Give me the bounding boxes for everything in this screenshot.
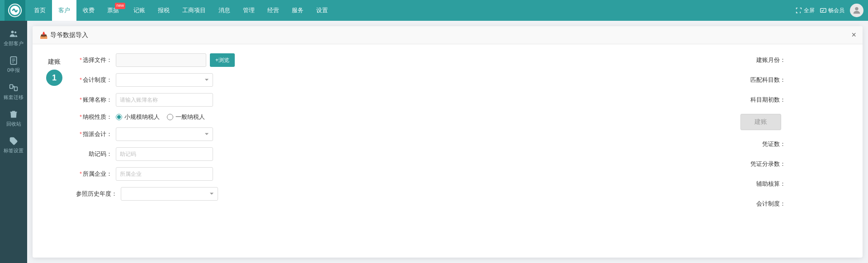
sidebar-label-migrate: 账套迁移: [4, 94, 24, 100]
sidebar-label-tags: 标签设置: [4, 147, 24, 154]
dialog: 📥 导爷数据导入 × 建账 1 *选择文件：: [33, 26, 863, 258]
voucher-entries-row: 凭证分录数：: [740, 157, 849, 171]
tax-type-row: *纳税性质： 小规模纳税人 一般纳税人: [76, 113, 722, 121]
accounting-system-label: *会计制度：: [76, 76, 112, 84]
info-section: 建账月份： 匹配科目数： 科目期初数： 建账 凭证: [722, 53, 849, 249]
import-icon: 📥: [40, 32, 47, 39]
accounting-system-select[interactable]: [116, 73, 213, 87]
info-accounting-system-row: 会计制度：: [740, 197, 849, 211]
auxiliary-row: 辅助核算：: [740, 177, 849, 191]
ledger-name-row: *账簿名称：: [76, 93, 722, 107]
auxiliary-label: 辅助核算：: [740, 180, 786, 188]
user-avatar[interactable]: [850, 4, 863, 17]
sidebar-item-all-clients[interactable]: 全部客户: [0, 25, 27, 50]
reference-year-select[interactable]: [121, 187, 218, 201]
nav-services[interactable]: 服务: [285, 0, 310, 21]
fullscreen-button[interactable]: 全屏: [796, 7, 815, 14]
nav-right: 全屏 畅会员: [796, 4, 863, 17]
tax-general-option[interactable]: 一般纳税人: [167, 113, 205, 121]
reference-year-row: 参照历史年度：: [76, 187, 722, 201]
sidebar-item-tags[interactable]: 标签设置: [0, 132, 27, 157]
file-label: *选择文件：: [76, 56, 112, 64]
logo-area[interactable]: [5, 0, 25, 21]
content-area: 📥 导爷数据导入 × 建账 1 *选择文件：: [27, 21, 868, 263]
svg-point-4: [14, 32, 16, 33]
subject-initial-label: 科目期初数：: [740, 96, 786, 104]
step-label: 建账: [48, 58, 61, 66]
tax-type-radio-group: 小规模纳税人 一般纳税人: [116, 113, 205, 121]
dialog-title: 导爷数据导入: [50, 31, 88, 39]
tag-icon: [9, 136, 19, 146]
sidebar-item-trash[interactable]: 回收站: [0, 106, 27, 131]
nav-bookkeeping[interactable]: 记账: [127, 0, 152, 21]
ledger-name-input[interactable]: [116, 93, 213, 107]
report-icon: [9, 56, 19, 66]
nav-settings[interactable]: 设置: [310, 0, 334, 21]
accountant-label: *指派会计：: [76, 130, 112, 138]
dialog-body: 建账 1 *选择文件： +浏览: [33, 44, 863, 258]
tax-small-option[interactable]: 小规模纳税人: [116, 113, 160, 121]
account-month-label: 建账月份：: [740, 56, 786, 64]
users-icon: [9, 29, 19, 39]
svg-point-2: [855, 7, 858, 10]
membership-label: 畅会员: [828, 7, 844, 14]
nav-invoices[interactable]: 票据 new: [101, 0, 127, 21]
build-btn-row: 建账: [740, 113, 849, 131]
file-row: *选择文件： +浏览: [76, 53, 722, 67]
step-section: 建账 1: [46, 53, 62, 249]
sidebar-item-migrate[interactable]: 账套迁移: [0, 79, 27, 104]
nav-clients[interactable]: 客户: [52, 0, 76, 21]
sidebar: 全部客户 0申报 账套迁移: [0, 21, 27, 263]
sidebar-item-declare[interactable]: 0申报: [0, 52, 27, 77]
memo-code-row: 助记码：: [76, 147, 722, 161]
nav-tax[interactable]: 报税: [152, 0, 176, 21]
company-label: *所属企业：: [76, 170, 112, 178]
accounting-system-row: *会计制度：: [76, 73, 722, 87]
nav-home[interactable]: 首页: [28, 0, 52, 21]
sidebar-label-trash: 回收站: [6, 121, 21, 127]
nav-badge-new: new: [115, 3, 125, 9]
accountant-row: *指派会计：: [76, 127, 722, 141]
nav-fees[interactable]: 收费: [76, 0, 101, 21]
form-section: *选择文件： +浏览 *会计制度：: [76, 53, 722, 249]
voucher-count-label: 凭证数：: [740, 140, 786, 148]
svg-rect-9: [10, 85, 13, 88]
nav-operations[interactable]: 经营: [261, 0, 285, 21]
svg-rect-10: [14, 87, 18, 90]
voucher-entries-label: 凭证分录数：: [740, 160, 786, 168]
transfer-icon: [9, 83, 19, 93]
sidebar-label-all-clients: 全部客户: [4, 40, 24, 47]
tax-small-label: 小规模纳税人: [124, 113, 160, 121]
subject-initial-row: 科目期初数：: [740, 93, 849, 107]
build-account-button[interactable]: 建账: [740, 114, 781, 130]
match-subjects-label: 匹配科目数：: [740, 76, 786, 84]
step-circle: 1: [46, 70, 62, 86]
browse-button[interactable]: +浏览: [210, 53, 235, 67]
nav-messages[interactable]: 消息: [212, 0, 237, 21]
fullscreen-label: 全屏: [804, 7, 815, 14]
tax-type-label: *纳税性质：: [76, 113, 112, 121]
file-input[interactable]: [116, 53, 206, 67]
memo-code-input[interactable]: [116, 147, 213, 161]
nav-management[interactable]: 管理: [237, 0, 261, 21]
sidebar-label-declare: 0申报: [7, 67, 20, 73]
nav-business[interactable]: 工商项目: [176, 0, 212, 21]
memo-code-label: 助记码：: [76, 150, 112, 158]
main-layout: 全部客户 0申报 账套迁移: [0, 21, 868, 263]
svg-point-11: [11, 139, 12, 140]
dialog-header: 📥 导爷数据导入 ×: [33, 26, 863, 44]
accountant-select[interactable]: [116, 127, 213, 141]
close-button[interactable]: ×: [851, 31, 856, 39]
svg-point-3: [11, 31, 14, 33]
account-month-row: 建账月份：: [740, 53, 849, 67]
company-input[interactable]: [116, 167, 213, 181]
match-subjects-row: 匹配科目数：: [740, 73, 849, 87]
tax-general-label: 一般纳税人: [175, 113, 205, 121]
tax-general-radio[interactable]: [167, 114, 173, 120]
info-accounting-system-label: 会计制度：: [740, 200, 786, 208]
voucher-count-row: 凭证数：: [740, 137, 849, 151]
membership-button[interactable]: 畅会员: [820, 7, 844, 14]
trash-icon: [9, 109, 19, 119]
tax-small-radio[interactable]: [116, 114, 122, 120]
company-row: *所属企业：: [76, 167, 722, 181]
